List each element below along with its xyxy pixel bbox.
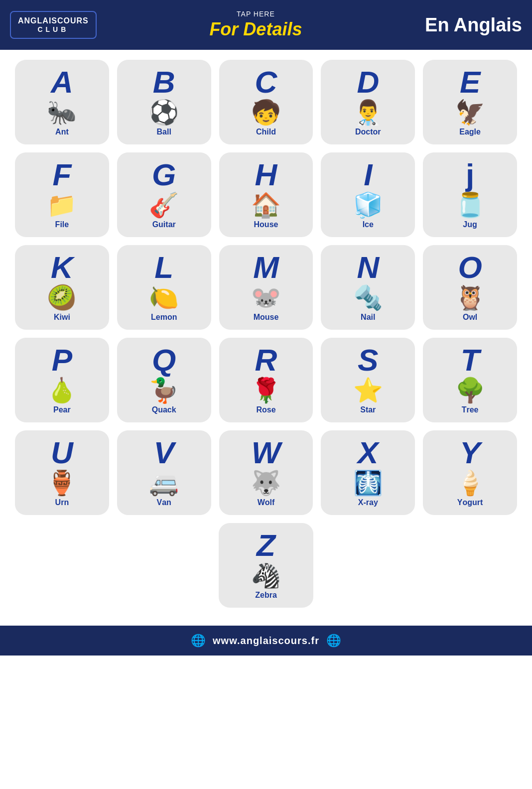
emoji-j: 🫙: [455, 193, 485, 217]
letter-b: B: [153, 67, 175, 98]
card-r[interactable]: R 🌹 Rose: [219, 338, 313, 422]
row-3: K 🥝 Kiwi L 🍋 Lemon M 🐭 Mouse N 🔩 Nail O …: [15, 245, 517, 330]
letter-t: T: [461, 345, 480, 376]
word-z: Zebra: [255, 591, 277, 600]
logo[interactable]: AnglaisCours CLUB: [10, 11, 97, 39]
word-a: Ant: [55, 128, 69, 136]
header-title[interactable]: TAP HERE For Details: [97, 10, 415, 40]
card-k[interactable]: K 🥝 Kiwi: [15, 245, 109, 330]
word-t: Tree: [462, 405, 479, 414]
word-l: Lemon: [151, 313, 177, 322]
word-r: Rose: [256, 405, 275, 414]
card-q[interactable]: Q 🦆 Quack: [117, 338, 211, 422]
card-j[interactable]: j 🫙 Jug: [423, 152, 517, 237]
card-z[interactable]: Z 🦓 Zebra: [219, 523, 313, 608]
word-x: X-ray: [358, 498, 378, 507]
letter-z: Z: [257, 530, 275, 561]
letter-u: U: [51, 437, 73, 468]
emoji-l: 🍋: [149, 286, 179, 310]
word-y: Yogurt: [457, 498, 483, 507]
emoji-w: 🐺: [251, 471, 281, 495]
letter-l: L: [154, 252, 173, 283]
letter-r: R: [255, 345, 277, 376]
card-m[interactable]: M 🐭 Mouse: [219, 245, 313, 330]
emoji-r: 🌹: [251, 379, 281, 402]
card-h[interactable]: H 🏠 House: [219, 152, 313, 237]
emoji-d: 👨‍⚕️: [353, 101, 383, 125]
emoji-s: ⭐: [353, 379, 383, 402]
letter-c: C: [255, 67, 277, 98]
row-4: P 🍐 Pear Q 🦆 Quack R 🌹 Rose S ⭐ Star T 🌳…: [15, 338, 517, 422]
emoji-e: 🦅: [455, 101, 485, 125]
emoji-h: 🏠: [251, 193, 281, 217]
word-u: Urn: [55, 498, 69, 507]
letter-e: E: [460, 67, 480, 98]
letter-x: X: [358, 437, 378, 468]
letter-k: K: [51, 252, 73, 283]
card-n[interactable]: N 🔩 Nail: [321, 245, 415, 330]
letter-m: M: [253, 252, 279, 283]
letter-f: F: [52, 159, 71, 190]
word-n: Nail: [361, 313, 375, 322]
word-v: Van: [157, 498, 171, 507]
word-o: Owl: [463, 313, 477, 322]
card-a[interactable]: A 🐜 Ant: [15, 60, 109, 144]
word-d: Doctor: [355, 128, 381, 136]
tap-here-label: TAP HERE: [97, 10, 415, 18]
card-i[interactable]: I 🧊 Ice: [321, 152, 415, 237]
card-c[interactable]: C 🧒 Child: [219, 60, 313, 144]
emoji-a: 🐜: [47, 101, 77, 125]
word-e: Eagle: [459, 128, 481, 136]
card-b[interactable]: B ⚽ Ball: [117, 60, 211, 144]
letter-v: V: [154, 437, 174, 468]
footer-url: www.anglaiscours.fr: [213, 635, 319, 647]
letter-g: G: [152, 159, 176, 190]
main-content: A 🐜 Ant B ⚽ Ball C 🧒 Child D 👨‍⚕️ Doctor…: [0, 50, 532, 626]
emoji-m: 🐭: [251, 286, 281, 310]
card-v[interactable]: V 🚐 Van: [117, 430, 211, 515]
for-details-label: For Details: [97, 19, 415, 40]
emoji-p: 🍐: [47, 379, 77, 402]
word-k: Kiwi: [54, 313, 70, 322]
header-right-text: En Anglais: [425, 14, 522, 36]
card-o[interactable]: O 🦉 Owl: [423, 245, 517, 330]
letter-y: Y: [460, 437, 480, 468]
row-2: F 📁 File G 🎸 Guitar H 🏠 House I 🧊 Ice j …: [15, 152, 517, 237]
emoji-c: 🧒: [251, 101, 281, 125]
word-j: Jug: [463, 220, 477, 229]
card-w[interactable]: W 🐺 Wolf: [219, 430, 313, 515]
card-p[interactable]: P 🍐 Pear: [15, 338, 109, 422]
globe-icon-right: 🌐: [326, 634, 341, 648]
card-u[interactable]: U 🏺 Urn: [15, 430, 109, 515]
emoji-o: 🦉: [455, 286, 485, 310]
row-5: U 🏺 Urn V 🚐 Van W 🐺 Wolf X 🩻 X-ray Y 🍦 Y…: [15, 430, 517, 515]
card-t[interactable]: T 🌳 Tree: [423, 338, 517, 422]
word-q: Quack: [152, 405, 176, 414]
header: AnglaisCours CLUB TAP HERE For Details E…: [0, 0, 532, 50]
emoji-b: ⚽: [149, 101, 179, 125]
word-i: Ice: [363, 220, 374, 229]
card-y[interactable]: Y 🍦 Yogurt: [423, 430, 517, 515]
card-f[interactable]: F 📁 File: [15, 152, 109, 237]
card-d[interactable]: D 👨‍⚕️ Doctor: [321, 60, 415, 144]
card-l[interactable]: L 🍋 Lemon: [117, 245, 211, 330]
word-b: Ball: [157, 128, 171, 136]
emoji-u: 🏺: [47, 471, 77, 495]
letter-o: O: [458, 252, 482, 283]
card-g[interactable]: G 🎸 Guitar: [117, 152, 211, 237]
emoji-i: 🧊: [353, 193, 383, 217]
letter-n: N: [357, 252, 379, 283]
letter-s: S: [358, 345, 378, 376]
row-6: Z 🦓 Zebra: [15, 523, 517, 608]
emoji-v: 🚐: [149, 471, 179, 495]
card-e[interactable]: E 🦅 Eagle: [423, 60, 517, 144]
card-x[interactable]: X 🩻 X-ray: [321, 430, 415, 515]
word-h: House: [254, 220, 278, 229]
letter-w: W: [252, 437, 281, 468]
footer: 🌐 www.anglaiscours.fr 🌐: [0, 626, 532, 656]
row-1: A 🐜 Ant B ⚽ Ball C 🧒 Child D 👨‍⚕️ Doctor…: [15, 60, 517, 144]
card-s[interactable]: S ⭐ Star: [321, 338, 415, 422]
emoji-q: 🦆: [149, 379, 179, 402]
globe-icon-left: 🌐: [191, 634, 206, 648]
emoji-t: 🌳: [455, 379, 485, 402]
